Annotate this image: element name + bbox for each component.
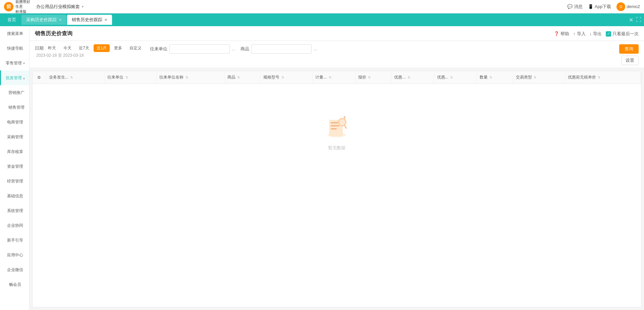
product-dots[interactable]: ... [314,47,317,51]
th-unit-code[interactable]: 往来单位 ⇅ [105,71,157,84]
th-quote[interactable]: 报价 ⇅ [355,71,391,84]
tab-sales[interactable]: 销售历史价跟踪 ✕ [67,15,112,25]
app-icon: 📱 [588,4,593,9]
table-body: ? 暂无数据 [33,84,641,178]
sidebar: 搜索菜单 快捷导航 零售管理 ▾ 批发管理 ▴ 营销推广 销售管理 电商管理 采… [0,26,30,310]
logo-icon: 前 [4,2,13,11]
sidebar-item-marketing[interactable]: 营销推广 [0,85,29,100]
industry-selector[interactable]: 办公用品行业模拟账套 [36,4,80,10]
table-header-row: ⚙ 业务发生... ⇅ 往来单位 ⇅ 往来单位名称 ⇅ [33,71,641,84]
date-btn-more[interactable]: 更多 [111,44,125,52]
th-biz-date[interactable]: 业务发生... ⇅ [46,71,105,84]
th-discount1[interactable]: 优惠... ⇅ [391,71,434,84]
sidebar-item-operations[interactable]: 经营管理 [0,174,29,189]
table-container: ⚙ 业务发生... ⇅ 往来单位 ⇅ 往来单位名称 ⇅ [32,71,641,307]
date-options: 昨天 今天 近7天 近1月 更多 自定义 [45,44,145,52]
filter-left: 日期 昨天 今天 近7天 近1月 更多 自定义 2023-02-18 至 202… [35,44,614,58]
date-btn-custom[interactable]: 自定义 [126,44,145,52]
maximize-icon[interactable]: ⛶ [636,17,641,23]
settings-button[interactable]: 设置 [621,56,639,65]
sidebar-item-wholesale-mgmt[interactable]: 批发管理 ▴ [0,70,29,85]
tab-sales-close[interactable]: ✕ [104,18,107,22]
sort-icon: ⇅ [534,75,536,79]
logo-text: 前携带好生意 标准版 [15,0,34,14]
svg-rect-4 [331,128,337,130]
industry-dropdown-icon[interactable]: ▾ [82,5,84,8]
date-btn-today[interactable]: 今天 [60,44,74,52]
tab-purchase[interactable]: 采购历史价跟踪 ✕ [21,15,66,25]
content-area: 销售历史价查询 ❓ 帮助 ↑ 导入 ↓ 导出 ✓ [30,26,644,310]
filter-date-top: 日期 昨天 今天 近7天 近1月 更多 自定义 [35,44,145,52]
unit-dots[interactable]: ... [232,47,235,51]
sidebar-item-newcomer[interactable]: 新手引导 [0,233,29,248]
th-product[interactable]: 商品 ⇅ [224,71,261,84]
th-gear[interactable]: ⚙ [33,71,46,84]
help-icon: ❓ [554,31,559,36]
unit-input[interactable] [169,44,230,54]
th-trade-type[interactable]: 交易类型 ⇅ [513,71,565,84]
sidebar-item-system-mgmt[interactable]: 系统管理 [0,203,29,218]
sidebar-item-search-menu[interactable]: 搜索菜单 [0,26,29,41]
th-no-tax-price[interactable]: 优惠前无税单价 ⇅ [565,71,641,84]
th-unit[interactable]: 计量... ⇅ [313,71,355,84]
table-header: ⚙ 业务发生... ⇅ 往来单位 ⇅ 往来单位名称 ⇅ [33,71,641,84]
sidebar-item-enterprise-agreement[interactable]: 企业协同 [0,218,29,233]
query-button[interactable]: 查询 [619,44,639,54]
tab-home[interactable]: 首页 [3,15,21,25]
sidebar-item-inventory[interactable]: 库存核算 [0,144,29,159]
message-button[interactable]: 💬 消息 [567,4,583,10]
empty-state-cell: ? 暂无数据 [33,84,641,178]
export-button[interactable]: ↓ 导出 [590,31,602,37]
import-icon: ↑ [573,31,576,36]
svg-line-7 [344,126,346,128]
th-discount2[interactable]: 优惠... ⇅ [434,71,477,84]
date-btn-last1m[interactable]: 近1月 [94,44,110,52]
sidebar-item-membership[interactable]: 畅会员 [0,277,29,292]
date-range: 2023-02-18 至 2023-03-18 [36,53,145,58]
sort-icon: ⇅ [70,75,73,79]
sort-icon: ⇅ [489,75,492,79]
th-spec[interactable]: 规格型号 ⇅ [261,71,313,84]
date-btn-yesterday[interactable]: 昨天 [45,44,59,52]
chevron-down-icon: ▾ [23,61,25,65]
filter-date-group: 日期 昨天 今天 近7天 近1月 更多 自定义 2023-02-18 至 202… [35,44,145,58]
tab-purchase-close[interactable]: ✕ [59,18,62,22]
close-window-icon[interactable]: ✕ [629,17,633,23]
sidebar-item-sales-mgmt[interactable]: 销售管理 [0,100,29,115]
page-header: 销售历史价查询 ❓ 帮助 ↑ 导入 ↓ 导出 ✓ [30,26,644,41]
date-label: 日期 [35,45,44,51]
only-last-checkbox[interactable]: ✓ 只看最后一次 [606,31,639,37]
product-filter-group: 商品 ... [240,44,317,54]
logo-area: 前 前携带好生意 标准版 [4,0,34,14]
chevron-up-icon: ▴ [23,76,25,80]
checkbox-checked-icon: ✓ [606,31,611,37]
app-download-button[interactable]: 📱 App下载 [588,4,611,10]
product-input[interactable] [251,44,312,54]
unit-filter-group: 往来单位 ... [150,44,235,54]
sidebar-item-basic-info[interactable]: 基础信息 [0,189,29,203]
sidebar-item-finance[interactable]: 资金管理 [0,159,29,174]
sort-icon: ⇅ [329,75,331,79]
th-quantity[interactable]: 数量 ⇅ [477,71,513,84]
import-button[interactable]: ↑ 导入 [573,31,586,37]
help-button[interactable]: ❓ 帮助 [554,31,569,37]
sidebar-item-purchase-mgmt[interactable]: 采购管理 [0,130,29,144]
export-icon: ↓ [590,31,592,36]
sidebar-item-enterprise-wechat[interactable]: 企业微信 [0,262,29,277]
svg-text:?: ? [343,116,346,120]
sidebar-item-app-center[interactable]: 应用中心 [0,248,29,262]
empty-illustration: ? [322,111,352,141]
top-right: 💬 消息 📱 App下载 D demo2 [567,2,640,11]
sidebar-item-quick-nav[interactable]: 快捷导航 [0,41,29,56]
page-title: 销售历史价查询 [35,30,72,37]
date-btn-last7[interactable]: 近7天 [76,44,92,52]
sidebar-item-retail-mgmt[interactable]: 零售管理 ▾ [0,56,29,70]
svg-rect-3 [331,125,339,126]
sidebar-item-ecommerce-mgmt[interactable]: 电商管理 [0,115,29,130]
empty-state: ? 暂无数据 [33,84,641,178]
th-unit-name[interactable]: 往来单位名称 ⇅ [157,71,225,84]
main-layout: 搜索菜单 快捷导航 零售管理 ▾ 批发管理 ▴ 营销推广 销售管理 电商管理 采… [0,26,644,310]
product-label: 商品 [240,46,249,52]
user-profile[interactable]: D demo2 [616,2,640,11]
sort-icon: ⇅ [408,75,410,79]
